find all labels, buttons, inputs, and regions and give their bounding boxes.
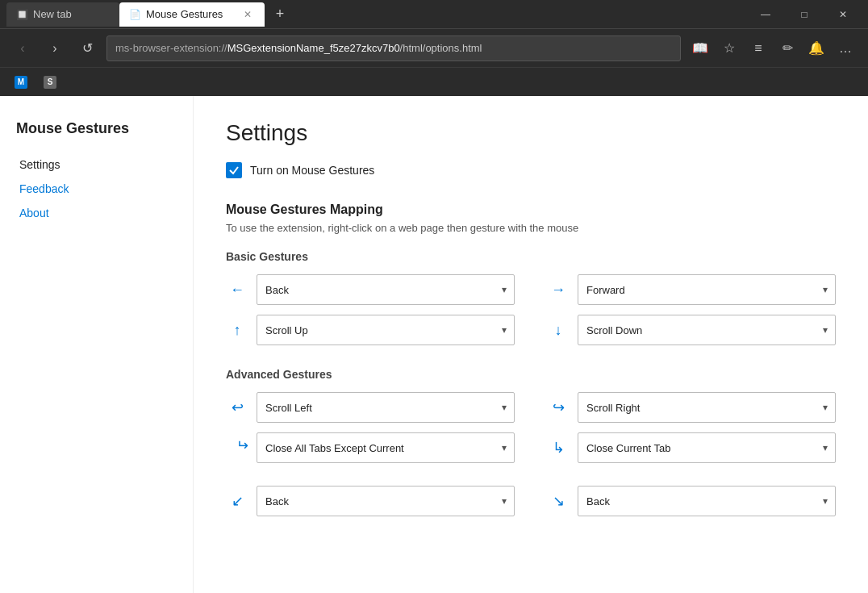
arrow-scroll-right-icon: ↪ (547, 396, 570, 419)
add-tab-button[interactable]: + (268, 2, 292, 27)
tab-mouse-gestures[interactable]: 📄 Mouse Gestures ✕ (119, 2, 265, 27)
gesture-select-close-current[interactable]: Back Forward Scroll Up Scroll Down Scrol… (578, 432, 836, 463)
advanced-gestures-title: Advanced Gestures (226, 368, 836, 381)
basic-gestures-grid: ← Back Forward Scroll Up Scroll Down Scr… (226, 274, 836, 345)
arrow-left-icon: ← (226, 278, 248, 301)
gesture-select-scroll-down-wrapper: Back Forward Scroll Up Scroll Down Scrol… (578, 315, 836, 345)
sidebar: Mouse Gestures Settings Feedback About (0, 96, 194, 593)
gesture-select-scroll-down[interactable]: Back Forward Scroll Up Scroll Down Scrol… (578, 315, 836, 345)
tab-label-active: Mouse Gestures (146, 8, 223, 20)
tab-new-tab[interactable]: 🔲 New tab (6, 2, 119, 27)
arrow-extra-1-icon: ↙ (226, 490, 248, 512)
sidebar-nav: Settings Feedback About (16, 153, 177, 224)
mapping-section-desc: To use the extension, right-click on a w… (226, 222, 836, 234)
page-title: Settings (226, 120, 836, 146)
gesture-row-scroll-up: ↑ Back Forward Scroll Up Scroll Down Scr… (226, 315, 515, 345)
favorites-bar: M S (0, 67, 868, 96)
address-bar: ‹ › ↺ ms-browser-extension://MSGextensio… (0, 28, 868, 67)
sidebar-item-settings[interactable]: Settings (16, 153, 177, 176)
mapping-section-title: Mouse Gestures Mapping (226, 203, 836, 217)
gesture-select-extra-1[interactable]: Back (257, 486, 515, 516)
fav-icon-1: S (44, 76, 56, 89)
gesture-select-close-all-wrapper: Back Forward Scroll Up Scroll Down Scrol… (257, 432, 515, 463)
main-content: Settings Turn on Mouse Gestures Mouse Ge… (194, 96, 868, 593)
arrow-down-icon: ↓ (547, 319, 570, 341)
reading-list-icon[interactable]: 📖 (687, 35, 713, 61)
gesture-row-extra-1: ↙ Back ▾ (226, 486, 515, 516)
fav-icon-0: M (15, 76, 27, 89)
gesture-row-extra-2: ↘ Back ▾ (547, 486, 836, 516)
forward-button[interactable]: › (42, 35, 68, 61)
back-icon: ‹ (20, 41, 24, 56)
arrow-close-all-icon: ↵ (226, 436, 248, 459)
arrow-close-current-icon: ↳ (547, 436, 570, 459)
gesture-row-scroll-down: ↓ Back Forward Scroll Up Scroll Down Scr… (547, 315, 836, 345)
gesture-select-scroll-left[interactable]: Back Forward Scroll Up Scroll Down Scrol… (257, 392, 515, 423)
toggle-mouse-gestures-row[interactable]: Turn on Mouse Gestures (226, 162, 836, 178)
arrow-up-icon: ↑ (226, 319, 248, 341)
page: Mouse Gestures Settings Feedback About S… (0, 96, 868, 593)
url-path: /html/options.html (400, 42, 482, 54)
gesture-select-close-current-wrapper: Back Forward Scroll Up Scroll Down Scrol… (578, 432, 836, 463)
refresh-button[interactable]: ↺ (74, 35, 100, 61)
mouse-gestures-checkbox[interactable] (226, 162, 242, 178)
sidebar-item-feedback[interactable]: Feedback (16, 177, 177, 200)
window-controls: — □ ✕ (747, 2, 862, 27)
minimize-button[interactable]: — (747, 2, 784, 27)
forward-icon: › (52, 41, 56, 56)
gesture-select-close-all[interactable]: Back Forward Scroll Up Scroll Down Scrol… (257, 432, 515, 463)
gesture-row-forward: → Back Forward Scroll Up Scroll Down Scr… (547, 274, 836, 305)
mapping-section: Mouse Gestures Mapping To use the extens… (226, 203, 836, 234)
menu-icon[interactable]: ≡ (745, 35, 771, 61)
gesture-select-extra-2[interactable]: Back (578, 486, 836, 516)
close-window-button[interactable]: ✕ (824, 2, 862, 27)
gesture-row-back: ← Back Forward Scroll Up Scroll Down Scr… (226, 274, 515, 305)
gesture-select-extra-2-wrapper: Back ▾ (578, 486, 836, 516)
sidebar-item-about[interactable]: About (16, 202, 177, 224)
gesture-row-close-current: ↳ Back Forward Scroll Up Scroll Down Scr… (547, 432, 836, 463)
favorites-item-1[interactable]: S (39, 73, 61, 92)
checkmark-icon (228, 165, 240, 176)
title-bar: 🔲 New tab 📄 Mouse Gestures ✕ + — □ ✕ (0, 0, 868, 28)
url-bar[interactable]: ms-browser-extension://MSGextensionName_… (106, 35, 681, 61)
advanced-gestures-grid: ↩ Back Forward Scroll Up Scroll Down Scr… (226, 392, 836, 463)
more-gestures-grid: ↙ Back ▾ ↘ Back ▾ (226, 486, 836, 516)
gesture-select-scroll-up-wrapper: Back Forward Scroll Up Scroll Down Scrol… (257, 315, 515, 345)
gesture-row-close-all: ↵ Back Forward Scroll Up Scroll Down Scr… (226, 432, 515, 463)
favorites-icon[interactable]: ☆ (716, 35, 742, 61)
back-button[interactable]: ‹ (10, 35, 35, 61)
sidebar-title: Mouse Gestures (16, 120, 177, 137)
toggle-label: Turn on Mouse Gestures (250, 164, 374, 177)
tab-icon-active: 📄 (129, 9, 141, 20)
refresh-icon: ↺ (82, 40, 93, 56)
gesture-select-scroll-right[interactable]: Back Forward Scroll Up Scroll Down Scrol… (578, 392, 836, 423)
gesture-select-back[interactable]: Back Forward Scroll Up Scroll Down Scrol… (257, 274, 515, 305)
more-icon[interactable]: … (833, 35, 858, 61)
gesture-select-extra-1-wrapper: Back ▾ (257, 486, 515, 516)
gesture-select-scroll-left-wrapper: Back Forward Scroll Up Scroll Down Scrol… (257, 392, 515, 423)
gesture-row-scroll-right: ↪ Back Forward Scroll Up Scroll Down Scr… (547, 392, 836, 423)
basic-gestures-title: Basic Gestures (226, 250, 836, 263)
url-protocol: ms-browser-extension:// (115, 42, 227, 54)
extensions-icon[interactable]: 🔔 (803, 35, 829, 61)
notes-icon[interactable]: ✏ (774, 35, 800, 61)
arrow-extra-2-icon: ↘ (547, 490, 570, 512)
gesture-select-scroll-right-wrapper: Back Forward Scroll Up Scroll Down Scrol… (578, 392, 836, 423)
arrow-scroll-left-icon: ↩ (226, 396, 248, 419)
url-domain: MSGextensionName_f5ze27zkcv7b0 (227, 42, 400, 54)
toolbar-icons: 📖 ☆ ≡ ✏ 🔔 … (687, 35, 858, 61)
gesture-select-forward[interactable]: Back Forward Scroll Up Scroll Down Scrol… (578, 274, 836, 305)
basic-gestures-section: Basic Gestures ← Back Forward Scroll Up … (226, 250, 836, 345)
tab-label: New tab (33, 8, 72, 20)
close-tab-button[interactable]: ✕ (240, 7, 255, 22)
maximize-button[interactable]: □ (786, 2, 823, 27)
arrow-right-icon: → (547, 278, 570, 301)
gesture-select-scroll-up[interactable]: Back Forward Scroll Up Scroll Down Scrol… (257, 315, 515, 345)
favorites-item-0[interactable]: M (10, 73, 32, 92)
gesture-select-forward-wrapper: Back Forward Scroll Up Scroll Down Scrol… (578, 274, 836, 305)
advanced-gestures-section: Advanced Gestures ↩ Back Forward Scroll … (226, 368, 836, 463)
tab-icon: 🔲 (16, 9, 28, 20)
browser-chrome: 🔲 New tab 📄 Mouse Gestures ✕ + — □ ✕ ‹ (0, 0, 868, 96)
gesture-row-scroll-left: ↩ Back Forward Scroll Up Scroll Down Scr… (226, 392, 515, 423)
gesture-select-back-wrapper: Back Forward Scroll Up Scroll Down Scrol… (257, 274, 515, 305)
